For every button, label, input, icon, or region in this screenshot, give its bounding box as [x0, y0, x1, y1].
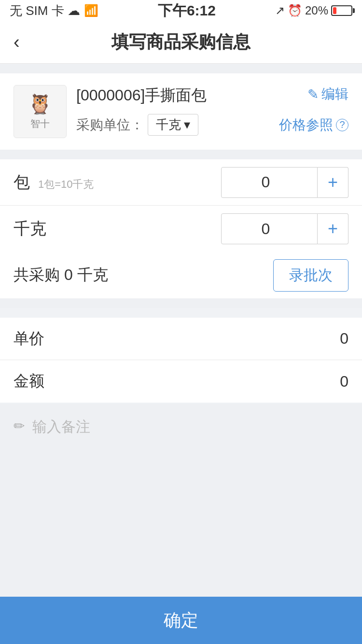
status-bar: 无 SIM 卡 ☁ 📶 下午6:12 ↗ ⏰ 20% [0, 0, 362, 21]
sim-status: 无 SIM 卡 ☁ [10, 2, 80, 19]
product-image: 🦉 智十 [14, 85, 67, 138]
nav-bar: ‹ 填写商品采购信息 [0, 21, 362, 64]
form-section: 包 1包=10千克 + 千克 + [0, 159, 362, 252]
summary-row: 共采购 0 千克 录批次 [0, 252, 362, 298]
summary-text: 共采购 0 千克 [14, 265, 108, 286]
divider-price [0, 298, 362, 308]
amount-value: 0 [340, 373, 348, 391]
bao-label-wrap: 包 1包=10千克 [14, 171, 94, 194]
product-unit-row: 采购单位： 千克 ▾ 价格参照 ? [76, 114, 348, 136]
kg-plus-button[interactable]: + [318, 213, 348, 244]
notes-placeholder: 输入备注 [32, 417, 90, 437]
bao-label: 包 [14, 173, 30, 191]
battery-fill [333, 7, 336, 14]
divider-middle [0, 150, 362, 159]
bao-row: 包 1包=10千克 + [0, 159, 362, 206]
pencil-icon: ✏ [14, 418, 25, 434]
price-section: 单价 0 金额 0 [0, 318, 362, 403]
product-header: [0000006]手撕面包 ✎ 编辑 [76, 85, 348, 106]
bao-plus-button[interactable]: + [318, 167, 348, 198]
unit-value: 千克 [156, 116, 181, 133]
product-name: [0000006]手撕面包 [76, 85, 307, 106]
bao-input[interactable] [221, 167, 318, 198]
kg-input-wrap: + [221, 213, 348, 244]
notes-section[interactable]: ✏ 输入备注 [0, 404, 362, 462]
unit-price-row: 单价 0 [0, 318, 362, 360]
bao-input-wrap: + [221, 167, 348, 198]
back-button[interactable]: ‹ [14, 32, 20, 53]
chevron-down-icon: ▾ [184, 117, 190, 132]
confirm-button[interactable]: 确定 [0, 597, 362, 644]
edit-icon: ✎ [307, 86, 319, 102]
edit-label: 编辑 [321, 85, 348, 103]
battery-icon [331, 5, 352, 16]
divider-top [0, 64, 362, 73]
kg-label: 千克 [14, 219, 46, 238]
wifi-icon: 📶 [84, 4, 98, 17]
bao-sub-label: 1包=10千克 [38, 178, 94, 190]
page-title: 填写商品采购信息 [111, 30, 251, 54]
product-card: 🦉 智十 [0000006]手撕面包 ✎ 编辑 采购单位： 千克 ▾ 价格参照 … [0, 73, 362, 150]
amount-row: 金额 0 [0, 360, 362, 403]
price-ref-button[interactable]: 价格参照 ? [279, 116, 348, 134]
status-left: 无 SIM 卡 ☁ 📶 [10, 2, 98, 19]
kg-input[interactable] [221, 213, 318, 244]
amount-label: 金额 [14, 371, 44, 392]
edit-button[interactable]: ✎ 编辑 [307, 85, 348, 103]
location-icon: ↗ [275, 4, 285, 17]
unit-price-label: 单价 [14, 328, 44, 350]
kg-label-wrap: 千克 [14, 218, 46, 240]
kg-row: 千克 + [0, 206, 362, 252]
unit-price-value: 0 [340, 330, 348, 348]
record-batch-button[interactable]: 录批次 [273, 259, 348, 292]
unit-select[interactable]: 千克 ▾ [148, 114, 198, 136]
unit-label: 采购单位： [76, 116, 144, 134]
help-icon: ? [336, 119, 348, 131]
battery-percentage: 20% [305, 4, 328, 17]
product-owl-icon: 🦉 [28, 93, 52, 115]
status-right: ↗ ⏰ 20% [275, 4, 352, 17]
status-time: 下午6:12 [158, 1, 216, 21]
product-image-text: 智十 [30, 117, 50, 130]
alarm-icon: ⏰ [288, 4, 302, 17]
price-ref-label: 价格参照 [279, 116, 333, 134]
product-info: [0000006]手撕面包 ✎ 编辑 采购单位： 千克 ▾ 价格参照 ? [76, 85, 348, 136]
